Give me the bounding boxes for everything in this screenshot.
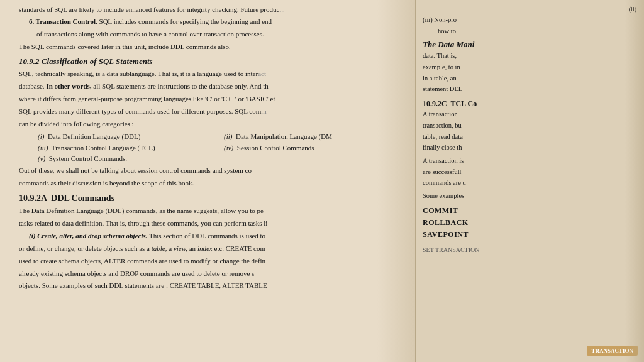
para1: SQL, technically speaking, is a data sub…	[19, 69, 404, 79]
right-savepoint: SAVEPOINT	[423, 230, 636, 239]
ddl-para3: used to create schema objects, ALTER com…	[19, 256, 404, 266]
list-item-iv: (iv) Session Control Commands	[224, 143, 404, 153]
sql-categories-list: (i) Data Definition Language (DDL) (ii) …	[38, 131, 404, 164]
section-heading-10-9-2: 10.9.2 Classification of SQL Statements	[19, 57, 404, 67]
right-data-mani-title: The Data Mani	[423, 40, 636, 50]
ddl-para4: already existing schema objects and DROP…	[19, 269, 404, 279]
right-transaction-badge: TRANSACTION	[587, 346, 638, 356]
list-item-i: (i) Data Definition Language (DDL)	[38, 131, 218, 142]
para1b: database. In other words, all SQL statem…	[19, 82, 404, 92]
right-example-to: example, to in	[423, 63, 636, 72]
right-commands-are: commands are u	[423, 178, 636, 188]
right-top-ii: (ii)	[423, 5, 636, 14]
right-how-to: how to	[423, 27, 636, 36]
section-heading-10-9-2A: 10.9.2A DDL Commands	[19, 194, 404, 204]
para3b: commands as their discussion is beyond t…	[19, 178, 404, 189]
right-data-that-is: data. That is,	[423, 52, 636, 61]
right-non-pro: (iii) Non-pro	[423, 16, 636, 25]
right-tcl-transaction-b: transaction, bu	[423, 121, 636, 131]
right-tcl-transaction: A transaction	[423, 110, 636, 119]
sql-commands-note: The SQL commands covered later in this u…	[19, 42, 404, 52]
ddl-para1: The Data Definition Language (DDL) comma…	[19, 206, 404, 216]
list-item-v: (v) System Control Commands.	[38, 153, 218, 164]
ddl-para2: or define, or change, or delete objects …	[19, 244, 404, 254]
ddl-sub-i: (i) Create, alter, and drop schema objec…	[19, 231, 404, 241]
item-6: 6. Transaction Control. SQL includes com…	[19, 17, 404, 27]
para1c: where it differs from general-purpose pr…	[19, 94, 404, 104]
item-6-cont: of transactions along with commands to h…	[19, 30, 404, 40]
top-line-1: standards of SQL are likely to include e…	[19, 5, 404, 15]
list-item-iii: (iii) Transaction Control Language (TCL)	[38, 143, 218, 153]
ddl-para5: objects. Some examples of such DDL state…	[19, 281, 404, 291]
right-set-transaction: SET TRANSACTION	[423, 246, 636, 255]
right-page: (ii) (iii) Non-pro how to The Data Mani …	[415, 0, 644, 362]
right-in-table: in a table, an	[423, 74, 636, 84]
para2: SQL provides many different types of com…	[19, 107, 404, 117]
right-section-tcl: 10.9.2C TCL Co	[423, 99, 636, 109]
right-statement-del: statement DEL	[423, 85, 636, 94]
para2b: can be divided into following categories…	[19, 119, 404, 129]
right-some-examples: Some examples	[423, 192, 636, 201]
list-item-ii: (ii) Data Manipulation Language (DM	[224, 131, 404, 142]
right-tcl-finally: finally close th	[423, 143, 636, 153]
right-successfull: are successfull	[423, 168, 636, 177]
right-rollback: ROLLBACK	[423, 218, 636, 228]
right-tcl-table: table, read data	[423, 133, 636, 142]
ddl-para1b: tasks related to data definition. That i…	[19, 219, 404, 229]
para3: Out of these, we shall not be talking ab…	[19, 166, 404, 176]
right-commit: COMMIT	[423, 206, 636, 216]
right-transaction-is: A transaction is	[423, 156, 636, 166]
left-page: standards of SQL are likely to include e…	[0, 0, 415, 362]
